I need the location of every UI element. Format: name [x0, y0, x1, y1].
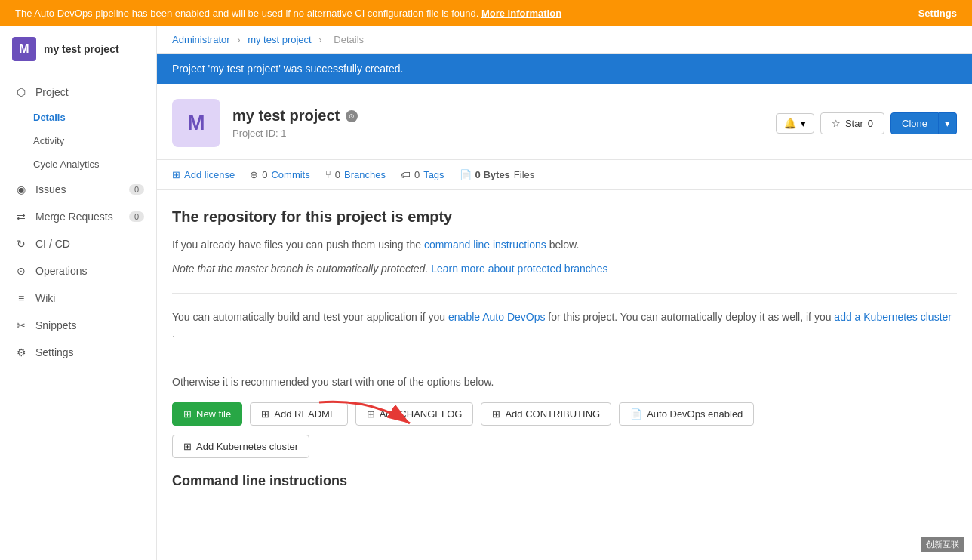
project-info: my test project ⊙ Project ID: 1 [232, 107, 776, 139]
sidebar-cycle-analytics-label: Cycle Analytics [33, 158, 99, 170]
add-kubernetes-link[interactable]: add a Kubernetes cluster [834, 311, 952, 323]
project-title-row: my test project ⊙ [232, 107, 776, 125]
sidebar-issues-label: Issues [35, 183, 66, 195]
tags-link[interactable]: Tags [423, 169, 444, 180]
files-size: 0 Bytes [475, 169, 510, 180]
success-message: Project 'my test project' was successful… [172, 63, 403, 75]
branches-link[interactable]: Branches [344, 169, 386, 180]
commits-icon: ⊕ [250, 169, 258, 180]
banner-settings-link[interactable]: Settings [918, 8, 957, 19]
command-line-link[interactable]: command line instructions [424, 238, 546, 251]
sidebar-settings-label: Settings [35, 346, 74, 358]
sidebar-details-label: Details [33, 112, 66, 123]
commits-link[interactable]: Commits [271, 169, 309, 180]
breadcrumb-project[interactable]: my test project [248, 34, 312, 45]
sidebar-wiki-label: Wiki [35, 292, 55, 304]
tags-icon: 🏷 [401, 169, 411, 180]
add-kubernetes-cluster-button[interactable]: ⊞ Add Kubernetes cluster [172, 435, 309, 458]
enable-auto-devops-link[interactable]: enable Auto DevOps [448, 311, 545, 323]
files-item: 📄 0 Bytes Files [460, 169, 535, 180]
sidebar-snippets-label: Snippets [35, 319, 76, 331]
sidebar-item-ci-cd[interactable]: ↻ CI / CD [0, 230, 156, 257]
sidebar-project-avatar: M [12, 37, 36, 61]
files-label: Files [514, 169, 534, 180]
content-area: Administrator › my test project › Detail… [157, 26, 972, 560]
sidebar-item-issues[interactable]: ◉ Issues 0 [0, 176, 156, 203]
sidebar-ci-cd-label: CI / CD [35, 238, 70, 250]
star-label: Star [845, 118, 863, 129]
star-button[interactable]: ☆ Star 0 [820, 112, 884, 134]
merge-requests-count-badge: 0 [129, 211, 144, 222]
auto-devops-button[interactable]: 📄 Auto DevOps enabled [619, 402, 754, 426]
new-file-button[interactable]: ⊞ New file [172, 402, 242, 426]
clone-dropdown-toggle[interactable]: ▾ [939, 112, 957, 134]
issues-icon: ◉ [14, 183, 28, 196]
notifications-button[interactable]: 🔔 ▾ [776, 113, 814, 134]
stats-row: ⊞ Add license ⊕ 0 Commits ⑂ 0 Branches 🏷… [157, 160, 972, 190]
breadcrumb-current: Details [334, 34, 364, 45]
sidebar-item-details[interactable]: Details [0, 106, 156, 129]
command-line-section-title: Command line instructions [172, 473, 957, 489]
breadcrumb-sep2: › [318, 34, 321, 45]
clone-button[interactable]: Clone [890, 112, 939, 134]
sidebar-activity-label: Activity [33, 135, 64, 146]
banner-message: The Auto DevOps pipeline has been enable… [15, 8, 478, 19]
auto-devops-banner: The Auto DevOps pipeline has been enable… [0, 0, 972, 26]
red-arrow [312, 395, 417, 440]
branches-item: ⑂ 0 Branches [325, 169, 386, 180]
readme-icon: ⊞ [261, 408, 269, 420]
sidebar-operations-label: Operations [35, 265, 87, 277]
bell-icon: 🔔 [784, 118, 796, 129]
sidebar-item-operations[interactable]: ⊙ Operations [0, 257, 156, 285]
main-content: The repository for this project is empty… [157, 190, 972, 516]
sidebar-item-settings[interactable]: ⚙ Settings [0, 339, 156, 366]
clone-button-group: Clone ▾ [890, 112, 957, 134]
sidebar-item-merge-requests[interactable]: ⇄ Merge Requests 0 [0, 203, 156, 230]
success-alert: Project 'my test project' was successful… [157, 54, 972, 84]
add-license-link[interactable]: Add license [184, 169, 235, 180]
breadcrumb-administrator[interactable]: Administrator [172, 34, 230, 45]
protected-branches-link[interactable]: Learn more about protected branches [431, 263, 608, 275]
commits-count: 0 [262, 169, 267, 180]
paragraph-4: Otherwise it is recommended you start wi… [172, 374, 957, 390]
project-header: M my test project ⊙ Project ID: 1 🔔 ▾ ☆ … [157, 84, 972, 160]
breadcrumb-sep1: › [237, 34, 240, 45]
files-icon: 📄 [460, 169, 472, 180]
sidebar-project-name: my test project [44, 43, 119, 55]
sidebar-navigation: ⬡ Project Details Activity Cycle Analyti… [0, 72, 156, 372]
contributing-icon: ⊞ [492, 408, 500, 420]
paragraph-1: If you already have files you can push t… [172, 236, 957, 253]
tags-item: 🏷 0 Tags [401, 169, 444, 180]
star-count: 0 [868, 118, 873, 129]
snippets-icon: ✂ [14, 318, 28, 332]
sidebar-item-project[interactable]: ⬡ Project [0, 78, 156, 106]
sidebar-project-label: Project [35, 86, 69, 98]
kubernetes-row: ⊞ Add Kubernetes cluster [172, 435, 957, 458]
wiki-icon: ≡ [14, 291, 28, 305]
more-info-link[interactable]: More information [481, 8, 561, 19]
divider-2 [172, 358, 957, 358]
caret-icon: ▾ [801, 118, 806, 129]
sidebar-item-wiki[interactable]: ≡ Wiki [0, 285, 156, 312]
divider-1 [172, 293, 957, 294]
breadcrumb: Administrator › my test project › Detail… [157, 26, 972, 54]
project-actions: 🔔 ▾ ☆ Star 0 Clone ▾ [776, 112, 957, 134]
license-icon: ⊞ [172, 169, 180, 180]
star-icon: ☆ [832, 118, 841, 129]
sidebar-item-snippets[interactable]: ✂ Snippets [0, 312, 156, 339]
sidebar-item-activity[interactable]: Activity [0, 129, 156, 152]
project-icon: ⬡ [14, 85, 28, 99]
sidebar-header: M my test project [0, 26, 156, 72]
plus-icon: ⊞ [183, 408, 192, 420]
kubernetes-icon: ⊞ [183, 441, 192, 452]
sidebar-item-cycle-analytics[interactable]: Cycle Analytics [0, 152, 156, 176]
ci-cd-icon: ↻ [14, 237, 28, 251]
empty-repo-title: The repository for this project is empty [172, 208, 957, 226]
operations-icon: ⊙ [14, 264, 28, 278]
public-badge: ⊙ [346, 110, 358, 122]
devops-icon: 📄 [630, 408, 642, 420]
project-title: my test project [232, 107, 340, 125]
add-contributing-button[interactable]: ⊞ Add CONTRIBUTING [481, 402, 611, 426]
sidebar-merge-requests-label: Merge Requests [35, 211, 113, 223]
merge-requests-icon: ⇄ [14, 210, 28, 223]
